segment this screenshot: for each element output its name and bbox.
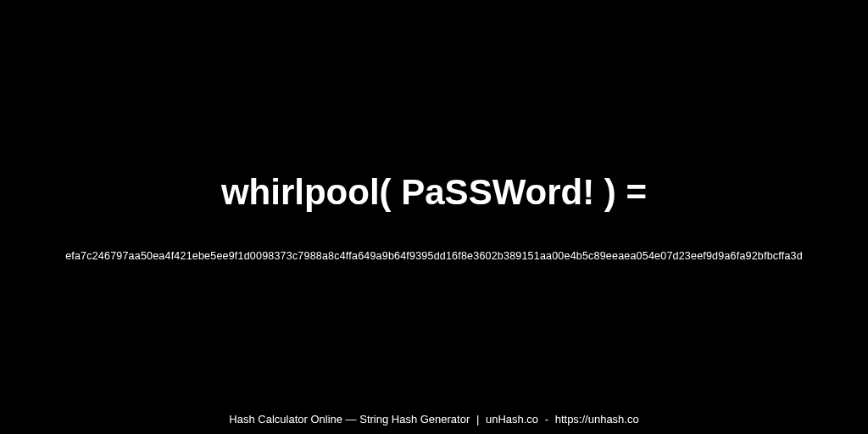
footer-separator: | — [476, 413, 479, 426]
footer-separator: - — [545, 413, 548, 426]
footer-title: Hash Calculator Online — String Hash Gen… — [229, 413, 470, 426]
footer-url: https://unhash.co — [555, 413, 639, 426]
footer-site-name: unHash.co — [486, 413, 538, 426]
hash-expression: whirlpool( PaSSWord! ) = — [221, 172, 647, 213]
footer: Hash Calculator Online — String Hash Gen… — [0, 413, 868, 426]
page-container: whirlpool( PaSSWord! ) = efa7c246797aa50… — [0, 0, 868, 434]
hash-output: efa7c246797aa50ea4f421ebe5ee9f1d0098373c… — [65, 250, 803, 262]
